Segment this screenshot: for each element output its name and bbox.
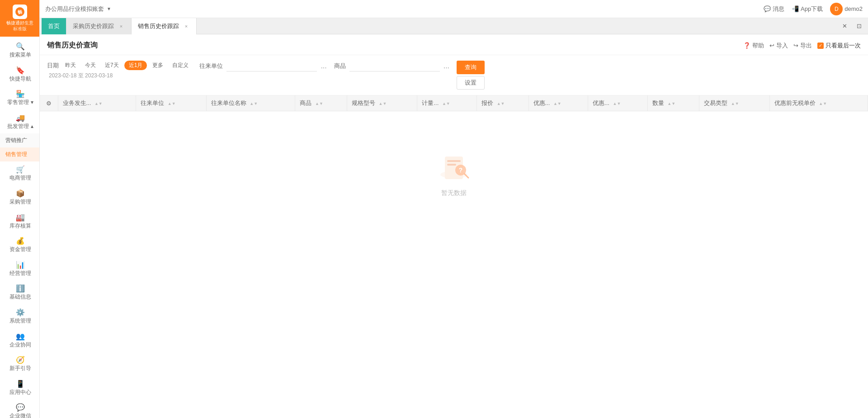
- sort-arrows-spec: ▲▼: [378, 102, 387, 106]
- table-col-biz-date[interactable]: 业务发生... ▲▼: [58, 95, 136, 111]
- wholesale-subitems: 营销推广 销售管理: [0, 133, 39, 162]
- only-last-checkbox[interactable]: [817, 43, 824, 49]
- shop-icon: 🏪: [16, 90, 25, 98]
- date-filter-label: 日期: [47, 62, 59, 70]
- sidebar-item-marketing-label: 营销推广: [5, 137, 27, 144]
- date-btn-today[interactable]: 今天: [81, 61, 99, 70]
- svg-text:畅: 畅: [18, 10, 22, 14]
- sidebar-item-guide[interactable]: 🧭 新手引导: [0, 352, 39, 376]
- tab-sales-history[interactable]: 销售历史价跟踪 ×: [132, 18, 197, 34]
- sort-arrows-product: ▲▼: [315, 102, 323, 106]
- partner-filter-input[interactable]: [226, 61, 317, 71]
- apps-icon: 📱: [16, 380, 25, 388]
- sidebar-item-wholesale[interactable]: 🚚 批发管理 ▴: [0, 110, 39, 134]
- date-btn-more[interactable]: 更多: [149, 61, 167, 70]
- import-icon: ↩: [769, 42, 774, 49]
- message-action[interactable]: 💬 消息: [764, 5, 784, 13]
- sort-arrows-discount1: ▲▼: [553, 102, 561, 106]
- filter-buttons: 查询 设置: [457, 61, 485, 90]
- page-content: 销售历史价查询 ❓ 帮助 ↩ 导入 ↪ 导出 只看最后一次: [40, 34, 868, 418]
- user-action[interactable]: D demo2: [830, 3, 863, 15]
- query-button[interactable]: 查询: [457, 61, 485, 74]
- help-action[interactable]: ❓ 帮助: [743, 42, 764, 50]
- sidebar-item-wechat[interactable]: 💬 企业微信: [0, 399, 39, 418]
- sidebar-item-purchase[interactable]: 📦 采购管理: [0, 185, 39, 209]
- sidebar-item-marketing[interactable]: 营销推广: [0, 133, 39, 147]
- sort-arrows-quote: ▲▼: [497, 102, 505, 106]
- sort-arrows-unit: ▲▼: [442, 102, 450, 106]
- only-last-label: 只看最后一次: [826, 42, 861, 50]
- date-buttons: 昨天 今天 近7天 近1月 更多 自定义: [61, 61, 192, 70]
- table-col-settings[interactable]: ⚙: [40, 95, 58, 111]
- table-col-unit[interactable]: 计量... ▲▼: [417, 95, 477, 111]
- app-subtitle: 标准版: [13, 26, 27, 32]
- sidebar-item-ecommerce[interactable]: 🛒 电商管理: [0, 162, 39, 185]
- sidebar-item-basic-info[interactable]: ℹ️ 基础信息: [0, 280, 39, 304]
- product-filter-dots[interactable]: ...: [443, 62, 449, 70]
- partner-filter-group: 往来单位 ...: [199, 61, 326, 71]
- sidebar-item-search[interactable]: 🔍 搜索菜单: [0, 38, 39, 62]
- export-action[interactable]: ↪ 导出: [793, 42, 812, 50]
- page-header: 销售历史价查询 ❓ 帮助 ↩ 导入 ↪ 导出 只看最后一次: [40, 34, 868, 55]
- import-action[interactable]: ↩ 导入: [769, 42, 788, 50]
- help-label: 帮助: [752, 42, 764, 50]
- sidebar-item-system-label: 系统管理: [9, 318, 31, 325]
- svg-rect-4: [447, 160, 461, 162]
- table-col-qty[interactable]: 数量 ▲▼: [647, 95, 699, 111]
- sidebar-item-guide-label: 新手引导: [9, 365, 31, 372]
- tab-close-all-button[interactable]: ✕: [839, 21, 850, 32]
- download-icon: 📲: [792, 5, 799, 12]
- table-col-discount2[interactable]: 优惠... ▲▼: [588, 95, 648, 111]
- tab-home[interactable]: 首页: [42, 18, 66, 34]
- table-col-spec[interactable]: 规格型号 ▲▼: [347, 95, 417, 111]
- tab-maximize-button[interactable]: ⊡: [854, 21, 864, 32]
- date-btn-7days[interactable]: 近7天: [101, 61, 123, 70]
- tab-purchase-history[interactable]: 采购历史价跟踪 ×: [66, 18, 132, 34]
- sidebar-item-system[interactable]: ⚙️ 系统管理: [0, 304, 39, 328]
- product-filter-input[interactable]: [349, 61, 440, 71]
- svg-rect-5: [447, 164, 456, 166]
- sidebar-item-shortcuts[interactable]: 🔖 快捷导航: [0, 62, 39, 86]
- date-filter: 日期 昨天 今天 近7天 近1月 更多 自定义 2023-02-18 至 202…: [47, 61, 192, 80]
- sidebar-item-operations-label: 经营管理: [9, 270, 31, 277]
- top-bar-left: 办公用品行业模拟账套 ▼: [45, 5, 111, 13]
- page-title: 销售历史价查询: [47, 41, 98, 50]
- sort-arrows-qty: ▲▼: [667, 102, 675, 106]
- sales-history-tab-close[interactable]: ×: [183, 23, 190, 30]
- table-col-product[interactable]: 商品 ▲▼: [295, 95, 347, 111]
- app-selector-label: 办公用品行业模拟账套: [45, 5, 104, 13]
- settings-button[interactable]: 设置: [457, 76, 485, 90]
- guide-icon: 🧭: [16, 356, 25, 364]
- purchase-history-tab-label: 采购历史价跟踪: [73, 22, 114, 30]
- sidebar-item-inventory[interactable]: 🏭 库存核算: [0, 209, 39, 233]
- app-selector[interactable]: 办公用品行业模拟账套 ▼: [45, 5, 111, 13]
- table-col-discount1[interactable]: 优惠... ▲▼: [528, 95, 588, 111]
- sidebar-item-finance[interactable]: 💰 资金管理: [0, 233, 39, 257]
- date-btn-yesterday[interactable]: 昨天: [61, 61, 80, 70]
- chevron-down-icon: ▼: [107, 6, 111, 11]
- partner-filter-dots[interactable]: ...: [321, 62, 326, 70]
- export-label: 导出: [800, 42, 812, 50]
- sidebar-item-enterprise[interactable]: 👥 企业协同: [0, 328, 39, 352]
- date-btn-1month[interactable]: 近1月: [124, 61, 147, 70]
- product-filter-group: 商品 ...: [334, 61, 449, 71]
- table-col-trade-type[interactable]: 交易类型 ▲▼: [699, 95, 770, 111]
- partner-filter-label: 往来单位: [199, 62, 223, 70]
- app-logo: 畅 畅捷通好生意 标准版: [0, 0, 39, 37]
- sidebar-item-operations[interactable]: 📊 经营管理: [0, 257, 39, 281]
- svg-text:?: ?: [459, 166, 463, 174]
- app-download-action[interactable]: 📲 App下载: [792, 5, 823, 13]
- table-col-pre-tax[interactable]: 优惠前无税单价 ▲▼: [769, 95, 868, 111]
- sidebar-item-basic-label: 基础信息: [9, 294, 31, 301]
- sidebar-item-retail[interactable]: 🏪 零售管理 ▾: [0, 86, 39, 110]
- date-btn-custom[interactable]: 自定义: [169, 61, 192, 70]
- table-col-partner-name[interactable]: 往来单位名称 ▲▼: [206, 95, 295, 111]
- table-col-quote[interactable]: 报价 ▲▼: [477, 95, 528, 111]
- product-filter-label: 商品: [334, 62, 346, 70]
- team-icon: 👥: [16, 332, 25, 341]
- sidebar-item-apps[interactable]: 📱 应用中心: [0, 376, 39, 400]
- sidebar-item-sales-mgmt[interactable]: 销售管理: [0, 147, 39, 162]
- purchase-history-tab-close[interactable]: ×: [118, 23, 125, 30]
- only-last-checkbox-group[interactable]: 只看最后一次: [817, 42, 861, 50]
- table-col-partner-code[interactable]: 往来单位 ▲▼: [136, 95, 207, 111]
